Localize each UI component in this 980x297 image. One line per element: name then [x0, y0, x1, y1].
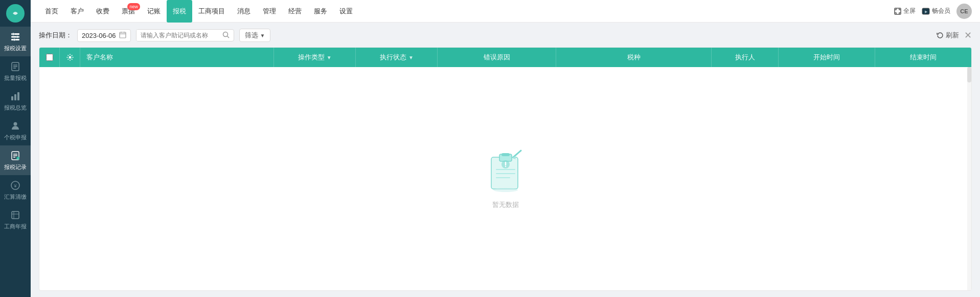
th-customer-name: 客户名称	[80, 48, 274, 67]
th-tax-type: 税种	[556, 48, 711, 67]
th-error-reason: 错误原因	[438, 48, 556, 67]
svg-point-14	[14, 122, 17, 126]
sidebar-item-label: 个税申报	[4, 134, 27, 141]
overview-icon	[9, 90, 21, 102]
svg-line-45	[513, 151, 521, 157]
data-table: 客户名称 操作类型 ▼ 执行状态 ▼ 错误原因 税种	[39, 47, 972, 291]
empty-text: 暂无数据	[492, 200, 519, 209]
th-end-time: 结束时间	[875, 48, 971, 67]
sidebar-item-label: 报税设置	[4, 45, 27, 52]
select-all-checkbox[interactable]	[46, 54, 53, 61]
toolbar-right: 刷新 ✕	[937, 30, 972, 41]
th-executor: 执行人	[712, 48, 779, 67]
svg-text:¥: ¥	[13, 183, 17, 188]
batch-tax-icon	[9, 60, 21, 73]
nav-business[interactable]: 工商项目	[192, 0, 231, 23]
svg-point-5	[16, 36, 18, 38]
svg-point-35	[69, 56, 71, 59]
sidebar-item-huisuan-jiaona[interactable]: ¥ 汇算清缴	[0, 175, 31, 205]
sort-icon: ▼	[408, 55, 414, 60]
th-checkbox[interactable]	[39, 48, 60, 67]
sidebar-item-gongshang-nianbao[interactable]: 工商年报	[0, 205, 31, 235]
avatar[interactable]: CE	[956, 4, 972, 19]
th-op-type[interactable]: 操作类型 ▼	[274, 48, 356, 67]
empty-state: 暂无数据	[485, 148, 526, 209]
date-label: 操作日期：	[39, 31, 72, 40]
sidebar-item-label: 报税总览	[4, 104, 27, 112]
annual-report-icon	[9, 209, 21, 221]
new-badge: new	[127, 3, 140, 10]
settings-icon	[9, 31, 21, 43]
filter-label: 筛选	[245, 31, 258, 40]
svg-rect-13	[17, 92, 19, 100]
calendar-icon	[119, 31, 126, 40]
records-icon: ✓	[9, 150, 21, 162]
sidebar-item-label: 报税记录	[4, 163, 27, 171]
person-tax-icon	[9, 120, 21, 132]
sidebar-item-baoshui-shezhi[interactable]: 报税设置	[0, 27, 31, 56]
nav-home[interactable]: 首页	[39, 0, 64, 23]
nav-settings[interactable]: 设置	[333, 0, 359, 23]
nav-ticket[interactable]: 票据 new	[116, 0, 141, 23]
table-header: 客户名称 操作类型 ▼ 执行状态 ▼ 错误原因 税种	[39, 48, 971, 67]
page-area: 操作日期： 2023-06-06	[31, 23, 980, 297]
empty-illustration	[485, 148, 526, 194]
svg-point-4	[12, 33, 14, 35]
svg-point-33	[223, 32, 227, 36]
svg-point-6	[13, 39, 15, 41]
nav-charge[interactable]: 收费	[90, 0, 116, 23]
nav-operation[interactable]: 经营	[282, 0, 308, 23]
sidebar-item-piliang-baoshui[interactable]: 批量报税	[0, 56, 31, 86]
sidebar: 报税设置 批量报税 报税总览	[0, 0, 31, 297]
sidebar-item-label: 工商年报	[4, 223, 27, 230]
nav-service[interactable]: 服务	[308, 0, 333, 23]
svg-rect-11	[11, 96, 13, 100]
topnav-right: 全屏 ▶ 畅会员 CE	[894, 4, 972, 19]
sidebar-item-baoshui-jilu[interactable]: ✓ 报税记录	[0, 145, 31, 175]
search-box[interactable]	[136, 29, 234, 41]
main-container: 首页 客户 收费 票据 new 记账 报税 工商项目 消息 管理 经营	[31, 0, 980, 297]
nav-tax[interactable]: 报税	[167, 0, 192, 23]
chevron-down-icon: ▼	[260, 33, 265, 38]
nav-manage[interactable]: 管理	[257, 0, 282, 23]
scroll-thumb[interactable]	[967, 67, 971, 82]
refresh-btn[interactable]: 刷新	[937, 31, 959, 40]
nav-message[interactable]: 消息	[231, 0, 257, 23]
vip-btn[interactable]: ▶ 畅会员	[922, 7, 950, 15]
sidebar-item-label: 汇算清缴	[4, 193, 27, 201]
scroll-track[interactable]	[967, 67, 971, 290]
sort-icon: ▼	[327, 55, 332, 60]
th-exec-status[interactable]: 执行状态 ▼	[356, 48, 438, 67]
filter-btn[interactable]: 筛选 ▼	[239, 29, 271, 42]
nav-customer[interactable]: 客户	[64, 0, 90, 23]
nav-account[interactable]: 记账	[141, 0, 167, 23]
svg-rect-38	[502, 153, 510, 156]
svg-rect-29	[120, 32, 126, 38]
svg-text:✓: ✓	[17, 157, 19, 160]
search-input[interactable]	[136, 30, 218, 41]
table-body: 暂无数据	[39, 67, 971, 290]
sidebar-item-baoshui-zonglan[interactable]: 报税总览	[0, 86, 31, 116]
th-gear[interactable]	[60, 48, 80, 67]
content-area: 操作日期： 2023-06-06	[31, 23, 980, 297]
date-value: 2023-06-06	[82, 32, 116, 39]
settlement-icon: ¥	[9, 179, 21, 192]
sidebar-logo	[6, 4, 25, 23]
svg-rect-12	[14, 94, 16, 100]
sidebar-item-geshui-shenbao[interactable]: 个税申报	[0, 116, 31, 145]
svg-rect-26	[895, 8, 901, 14]
svg-point-44	[505, 166, 506, 167]
top-nav: 首页 客户 收费 票据 new 记账 报税 工商项目 消息 管理 经营	[31, 0, 980, 23]
search-icon[interactable]	[218, 31, 234, 40]
close-button[interactable]: ✕	[964, 30, 972, 41]
svg-point-47	[493, 188, 518, 192]
th-start-time: 开始时间	[779, 48, 875, 67]
refresh-label: 刷新	[946, 31, 959, 40]
svg-rect-23	[12, 211, 19, 219]
sidebar-item-label: 批量报税	[4, 74, 27, 82]
date-picker[interactable]: 2023-06-06	[77, 29, 131, 42]
toolbar: 操作日期： 2023-06-06	[39, 29, 972, 42]
fullscreen-btn[interactable]: 全屏	[894, 7, 916, 15]
svg-line-34	[227, 36, 229, 38]
